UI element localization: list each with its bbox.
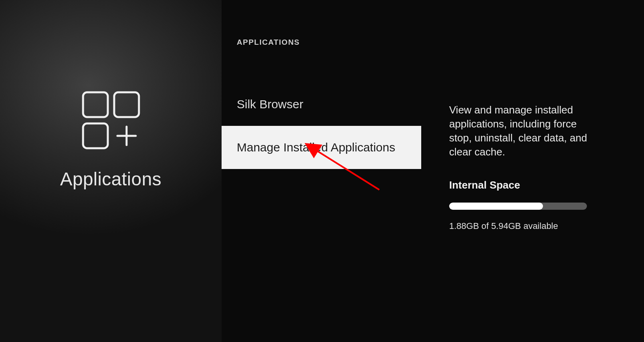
storage-bar-fill — [449, 203, 543, 210]
menu-item-silk-browser[interactable]: Silk Browser — [222, 83, 421, 126]
storage-text: 1.88GB of 5.94GB available — [449, 221, 604, 231]
menu-column: APPLICATIONS Silk Browser Manage Install… — [222, 0, 421, 342]
category-title: Applications — [60, 168, 161, 190]
item-description: View and manage installed applications, … — [449, 103, 593, 159]
detail-panel: View and manage installed applications, … — [421, 0, 644, 342]
category-panel: Applications — [0, 0, 222, 342]
applications-icon — [79, 88, 143, 152]
menu-item-manage-installed-applications[interactable]: Manage Installed Applications — [222, 126, 421, 169]
menu-item-label: Manage Installed Applications — [237, 141, 395, 154]
svg-rect-0 — [83, 92, 108, 117]
storage-title: Internal Space — [449, 179, 604, 191]
svg-rect-1 — [114, 92, 139, 117]
menu-item-label: Silk Browser — [237, 97, 303, 111]
svg-rect-2 — [83, 123, 108, 148]
section-header: APPLICATIONS — [222, 38, 421, 47]
storage-bar — [449, 203, 587, 210]
